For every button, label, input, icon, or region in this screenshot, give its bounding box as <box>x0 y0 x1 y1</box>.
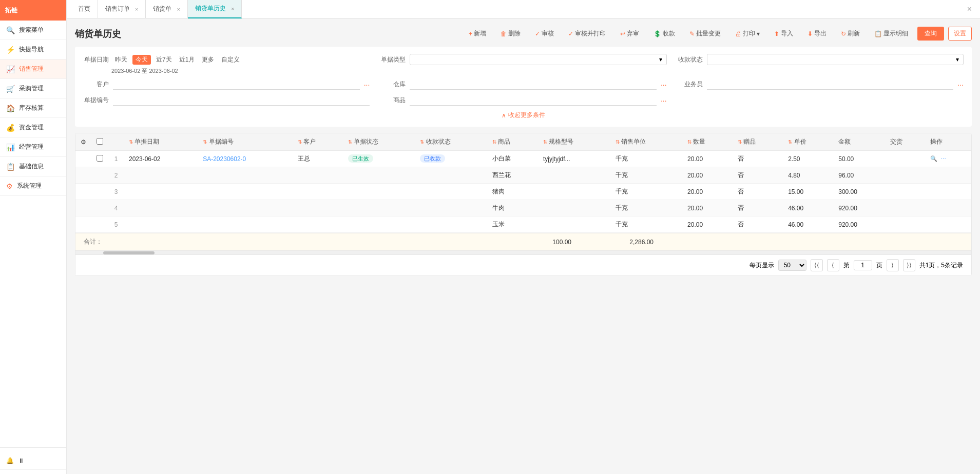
th-price[interactable]: ⇅ 单价 <box>783 133 833 151</box>
tab-sales-order[interactable]: 销售订单 × <box>98 0 146 18</box>
sidebar-item-purchase-mgmt[interactable]: 🛒 采购管理 <box>0 79 66 98</box>
close-all-tabs-btn[interactable]: × <box>963 5 976 14</box>
cell-goods: 小白菜 <box>487 151 538 167</box>
page-size-select[interactable]: 50 100 200 <box>778 260 806 271</box>
edit-icon: ✎ <box>689 30 695 37</box>
sidebar-item-basic-info[interactable]: 📋 基础信息 <box>0 157 66 176</box>
cart-icon: 🛒 <box>6 85 15 93</box>
sidebar-item-sales-mgmt[interactable]: 📈 销售管理 <box>0 60 66 79</box>
export-button[interactable]: ⬇ 导出 <box>802 27 832 40</box>
cell-doc-no <box>198 184 292 200</box>
filter-row-2: 客户 ··· 仓库 ··· 业务员 ··· <box>83 79 964 90</box>
sidebar-item-finance[interactable]: 💰 资金管理 <box>0 118 66 137</box>
sidebar-label: 经营管理 <box>19 143 44 151</box>
sidebar-label: 快捷导航 <box>19 45 44 54</box>
next-page-btn[interactable]: ⟩ <box>887 259 899 271</box>
sidebar-item-search-menu[interactable]: 🔍 搜索菜单 <box>0 21 66 40</box>
doc-no-link[interactable]: SA-20230602-0 <box>203 155 246 163</box>
th-doc-no[interactable]: ⇅ 单据编号 <box>198 133 292 151</box>
discard-button[interactable]: ↩ 弃审 <box>615 27 644 40</box>
scrollbar[interactable] <box>75 250 971 254</box>
batch-change-button[interactable]: ✎ 批量变更 <box>684 27 726 40</box>
print-button[interactable]: 🖨 打印 ▾ <box>730 27 765 40</box>
doc-type-select[interactable]: ▾ <box>410 54 666 65</box>
tab-sales-delivery[interactable]: 销货单 × <box>146 0 187 18</box>
cell-doc-no <box>198 167 292 184</box>
row-checkbox[interactable] <box>97 155 103 162</box>
shortcut-today[interactable]: 今天 <box>132 55 151 65</box>
sidebar-item-operations[interactable]: 📊 经营管理 <box>0 137 66 157</box>
cell-trade <box>885 216 925 233</box>
last-page-btn[interactable]: ⟩⟩ <box>903 259 915 271</box>
th-date[interactable]: ⇅ 单据日期 <box>124 133 198 151</box>
view-action-btn[interactable]: 🔍 <box>930 155 937 162</box>
import-button[interactable]: ⬆ 导入 <box>769 27 798 40</box>
doc-no-input[interactable] <box>113 95 370 106</box>
audit-button[interactable]: ✓ 审核 <box>530 27 559 40</box>
cell-amount: 96.00 <box>833 167 885 184</box>
th-spec[interactable]: ⇅ 规格型号 <box>538 133 610 151</box>
customer-dots-btn[interactable]: ··· <box>364 81 370 89</box>
th-customer[interactable]: ⇅ 客户 <box>293 133 343 151</box>
salesperson-input[interactable] <box>707 79 954 90</box>
page-content: 销货单历史 + 新增 🗑 删除 ✓ 审核 ✓ 审核并打印 <box>67 18 980 474</box>
sort-icon: ⇅ <box>203 139 207 145</box>
sidebar-item-sys-mgmt[interactable]: ⚙ 系统管理 <box>0 176 66 196</box>
add-button[interactable]: + 新增 <box>464 27 491 40</box>
cell-doc-no[interactable]: SA-20230602-0 <box>198 151 292 167</box>
customer-input[interactable] <box>113 79 360 90</box>
goods-dots-btn[interactable]: ··· <box>661 96 667 105</box>
close-icon[interactable]: × <box>135 6 138 12</box>
shortcut-more[interactable]: 更多 <box>200 55 216 65</box>
sort-icon: ⇅ <box>788 139 792 145</box>
goods-input[interactable] <box>410 95 657 106</box>
first-page-btn[interactable]: ⟨⟨ <box>811 259 823 271</box>
cell-unit: 千克 <box>610 184 683 200</box>
shortcut-7days[interactable]: 近7天 <box>154 55 174 65</box>
collect-button[interactable]: 💲 收款 <box>648 27 680 40</box>
close-icon[interactable]: × <box>177 6 180 12</box>
cell-checkbox[interactable] <box>91 151 108 167</box>
audit-print-button[interactable]: ✓ 审核并打印 <box>563 27 611 40</box>
query-button[interactable]: 查询 <box>917 27 944 41</box>
scrollbar-thumb[interactable] <box>103 251 155 254</box>
cell-unit: 千克 <box>610 200 683 216</box>
delete-button[interactable]: 🗑 删除 <box>495 27 526 40</box>
close-icon[interactable]: × <box>231 6 234 12</box>
settings-button[interactable]: 设置 <box>948 27 972 41</box>
refresh-button[interactable]: ↻ 刷新 <box>836 27 865 40</box>
doc-type-label: 单据类型 <box>380 55 406 64</box>
cell-num: 1 <box>108 151 124 167</box>
salesperson-dots-btn[interactable]: ··· <box>957 81 964 89</box>
shortcut-custom[interactable]: 自定义 <box>219 55 242 65</box>
payment-status-select[interactable]: ▾ <box>707 54 964 65</box>
sidebar-item-inventory[interactable]: 🏠 库存核算 <box>0 98 66 118</box>
th-qty[interactable]: ⇅ 数量 <box>682 133 733 151</box>
prev-page-btn[interactable]: ⟨ <box>827 259 839 271</box>
sidebar-settings-btn[interactable]: 🔔 ⏸ <box>0 452 66 470</box>
main-area: 首页 销售订单 × 销货单 × 销货单历史 × × 销货单历史 + 新增 <box>67 0 980 474</box>
warehouse-input[interactable] <box>410 79 657 90</box>
th-doc-status[interactable]: ⇅ 单据状态 <box>343 133 415 151</box>
th-settings[interactable]: ⚙ <box>75 133 91 151</box>
th-payment-status[interactable]: ⇅ 收款状态 <box>415 133 487 151</box>
th-gift[interactable]: ⇅ 赠品 <box>733 133 783 151</box>
sort-icon: ⇅ <box>738 139 742 145</box>
tab-home[interactable]: 首页 <box>71 0 98 18</box>
th-unit[interactable]: ⇅ 销售单位 <box>610 133 683 151</box>
collapse-button[interactable]: ∧ 收起更多条件 <box>83 111 964 120</box>
select-all-checkbox[interactable] <box>97 138 103 145</box>
more-action-btn[interactable]: ⋯ <box>940 155 946 162</box>
page-number-input[interactable]: 1 <box>854 260 872 270</box>
shortcut-1month[interactable]: 近1月 <box>177 55 197 65</box>
tab-sales-history[interactable]: 销货单历史 × <box>188 0 242 18</box>
salesperson-label: 业务员 <box>677 80 703 89</box>
cell-num: 4 <box>108 200 124 216</box>
sidebar-item-quick-nav[interactable]: ⚡ 快捷导航 <box>0 40 66 60</box>
show-detail-button[interactable]: 📋 显示明细 <box>869 27 913 40</box>
shortcut-yesterday[interactable]: 昨天 <box>113 55 129 65</box>
warehouse-dots-btn[interactable]: ··· <box>661 81 667 89</box>
th-action: 操作 <box>925 133 971 151</box>
th-checkbox[interactable] <box>91 133 108 151</box>
th-goods[interactable]: ⇅ 商品 <box>487 133 538 151</box>
